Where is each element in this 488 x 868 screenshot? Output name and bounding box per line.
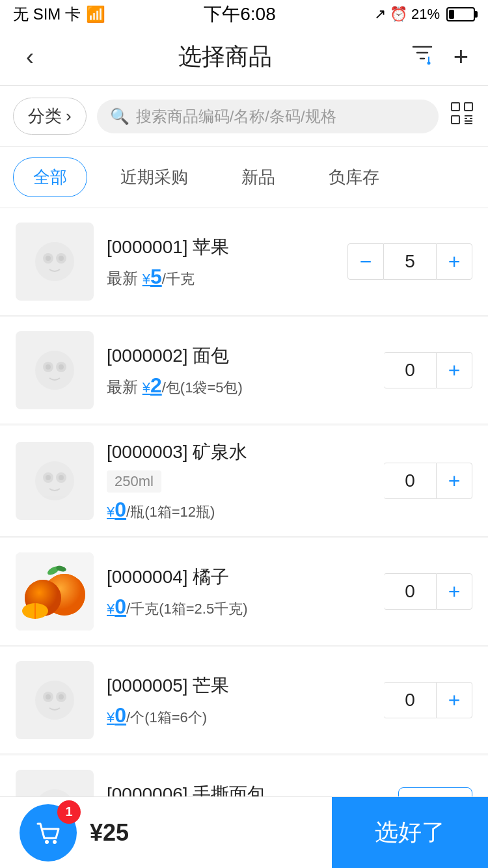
search-icon: 🔍 <box>110 107 129 126</box>
quantity-stepper: + <box>384 352 472 388</box>
filter-icon[interactable] <box>411 42 434 72</box>
quantity-stepper: − + <box>347 243 472 280</box>
increase-button[interactable]: + <box>436 243 472 280</box>
cart-total: ¥25 <box>90 819 129 847</box>
quantity-input[interactable] <box>384 573 436 610</box>
list-item: [0000004] 橘子 ¥0/千克(1箱=2.5千克) + <box>0 538 488 645</box>
product-name: [0000001] 苹果 <box>107 235 334 260</box>
product-price: ¥0/瓶(1箱=12瓶) <box>107 498 371 522</box>
svg-rect-4 <box>452 116 459 124</box>
category-label: 分类 <box>28 105 62 128</box>
cart-badge: 1 <box>57 800 81 824</box>
back-button[interactable]: ‹ <box>20 37 40 77</box>
list-item: [0000002] 面包 最新 ¥2/包(1袋=5包) + <box>0 317 488 424</box>
search-bar: 分类 › 🔍 搜索商品编码/名称/条码/规格 <box>0 86 488 147</box>
cart-section: 1 ¥25 <box>0 804 332 861</box>
quantity-input[interactable] <box>384 243 436 280</box>
increase-button[interactable]: + <box>436 573 472 610</box>
svg-point-38 <box>59 694 64 699</box>
list-item: [0000005] 芒果 ¥0/个(1箱=6个) + <box>0 647 488 754</box>
svg-point-1 <box>427 62 430 65</box>
increase-button[interactable]: + <box>436 463 472 499</box>
svg-point-24 <box>59 475 64 480</box>
svg-point-23 <box>46 475 51 480</box>
product-info: [0000003] 矿泉水 250ml ¥0/瓶(1箱=12瓶) <box>107 440 371 522</box>
product-info: [0000004] 橘子 ¥0/千克(1箱=2.5千克) <box>107 565 371 619</box>
product-price: ¥0/千克(1箱=2.5千克) <box>107 595 371 619</box>
location-icon: ↗ <box>374 6 386 23</box>
tab-negative[interactable]: 负库存 <box>308 157 400 197</box>
svg-point-13 <box>46 256 51 261</box>
status-bar: 无 SIM 卡 📶 下午6:08 ↗ ⏰ 21% <box>0 0 488 29</box>
status-right: ↗ ⏰ 21% <box>374 6 475 23</box>
category-button[interactable]: 分类 › <box>13 98 87 135</box>
tab-all[interactable]: 全部 <box>13 157 87 197</box>
increase-button[interactable]: + <box>436 682 472 718</box>
product-thumbnail <box>16 331 94 409</box>
nav-bar: ‹ 选择商品 + <box>0 29 488 86</box>
svg-point-18 <box>46 364 51 370</box>
svg-point-19 <box>59 364 64 370</box>
product-thumbnail <box>16 223 94 301</box>
product-name: [0000005] 芒果 <box>107 673 371 698</box>
nav-actions: + <box>411 42 468 72</box>
carrier-text: 无 SIM 卡 <box>13 4 81 25</box>
product-info: [0000001] 苹果 最新 ¥5/千克 <box>107 235 334 289</box>
quantity-input[interactable] <box>384 352 436 388</box>
product-price: 最新 ¥2/包(1袋=5包) <box>107 373 371 398</box>
svg-rect-2 <box>452 103 459 111</box>
svg-point-20 <box>35 461 74 500</box>
wifi-icon: 📶 <box>86 5 105 23</box>
battery-icon <box>446 7 475 21</box>
alarm-icon: ⏰ <box>390 6 407 23</box>
product-list: [0000001] 苹果 最新 ¥5/千克 − + [0000002] 面包 <box>0 208 488 868</box>
product-thumbnail <box>16 661 94 739</box>
decrease-button[interactable]: − <box>347 243 384 280</box>
svg-point-14 <box>59 256 64 261</box>
scan-icon[interactable] <box>449 100 475 132</box>
page-title: 选择商品 <box>178 41 272 73</box>
product-name: [0000002] 面包 <box>107 344 371 368</box>
confirm-button[interactable]: 选好了 <box>332 797 488 868</box>
chevron-right-icon: › <box>66 106 72 126</box>
product-thumbnail <box>16 552 94 631</box>
list-item: [0000001] 苹果 最新 ¥5/千克 − + <box>0 208 488 316</box>
quantity-stepper: + <box>384 682 472 718</box>
svg-rect-3 <box>465 103 472 111</box>
product-name: [0000004] 橘子 <box>107 565 371 590</box>
product-info: [0000002] 面包 最新 ¥2/包(1袋=5包) <box>107 344 371 398</box>
product-name: [0000003] 矿泉水 <box>107 440 371 465</box>
svg-point-37 <box>46 694 51 699</box>
tab-recent[interactable]: 近期采购 <box>100 157 208 197</box>
search-input-wrap[interactable]: 🔍 搜索商品编码/名称/条码/规格 <box>97 100 439 133</box>
product-price: ¥0/个(1箱=6个) <box>107 703 371 727</box>
product-thumbnail <box>16 442 94 520</box>
status-carrier: 无 SIM 卡 📶 <box>13 4 105 25</box>
quantity-input[interactable] <box>384 463 436 499</box>
svg-point-10 <box>35 242 74 281</box>
quantity-input[interactable] <box>384 682 436 718</box>
list-item: [0000003] 矿泉水 250ml ¥0/瓶(1箱=12瓶) + <box>0 426 488 537</box>
add-icon[interactable]: + <box>454 42 468 72</box>
svg-point-34 <box>35 681 74 720</box>
bottom-bar: 1 ¥25 选好了 <box>0 796 488 868</box>
product-spec: 250ml <box>107 470 161 493</box>
status-time: 下午6:08 <box>204 2 276 27</box>
search-placeholder: 搜索商品编码/名称/条码/规格 <box>136 106 336 127</box>
cart-button[interactable]: 1 <box>20 804 77 861</box>
quantity-stepper: + <box>384 463 472 499</box>
battery-percent: 21% <box>411 6 440 23</box>
increase-button[interactable]: + <box>436 352 472 388</box>
tab-bar: 全部 近期采购 新品 负库存 <box>0 147 488 208</box>
quantity-stepper: + <box>384 573 472 610</box>
product-price: 最新 ¥5/千克 <box>107 265 334 289</box>
svg-point-49 <box>45 840 49 844</box>
svg-point-15 <box>35 351 74 390</box>
product-info: [0000005] 芒果 ¥0/个(1箱=6个) <box>107 673 371 727</box>
svg-point-50 <box>53 840 57 844</box>
tab-new[interactable]: 新品 <box>221 157 295 197</box>
